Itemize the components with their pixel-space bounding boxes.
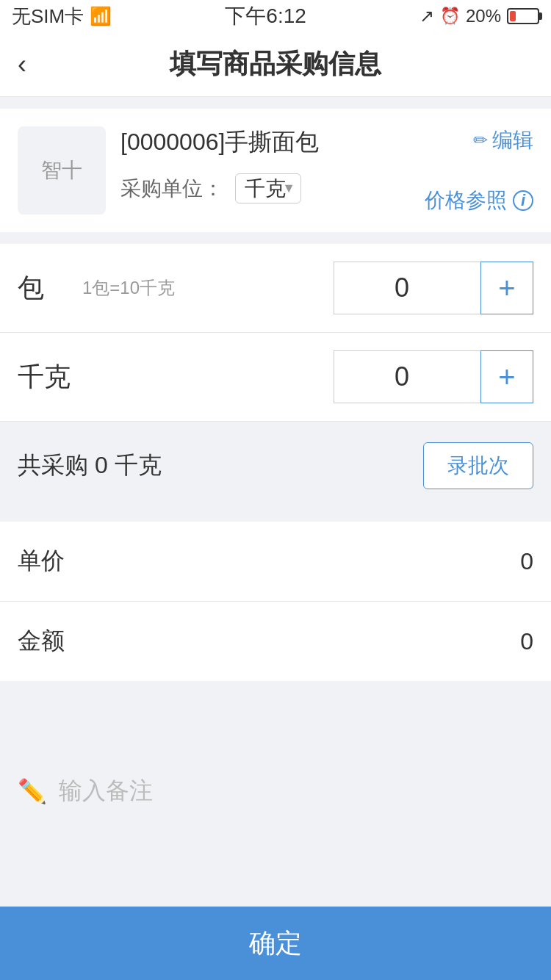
battery-percent: 20% (466, 6, 501, 26)
wifi-icon: 📶 (90, 6, 112, 26)
quantity-section: 包 1包=10千克 + 千克 + (0, 244, 551, 422)
status-bar: 无SIM卡 📶 下午6:12 ↗ ⏰ 20% (0, 0, 551, 32)
amount-label: 金额 (18, 625, 65, 657)
unit-label: 采购单位： (120, 175, 223, 203)
quantity-input-bao[interactable] (334, 262, 480, 314)
location-icon: ↗ (419, 6, 434, 26)
status-left: 无SIM卡 📶 (12, 4, 112, 29)
quantity-sublabel-bao: 1包=10千克 (82, 276, 175, 300)
edit-icon: ✏ (473, 130, 488, 151)
record-batch-button[interactable]: 录批次 (423, 442, 533, 489)
quantity-row-bao: 包 1包=10千克 + (0, 244, 551, 333)
confirm-button[interactable]: 确定 (0, 907, 551, 980)
price-ref-label: 价格参照 (425, 187, 507, 215)
unit-select-wrapper[interactable]: 千克 包 (235, 173, 301, 203)
product-logo: 智十 (41, 156, 82, 184)
edit-label: 编辑 (492, 126, 533, 154)
summary-row: 共采购 0 千克 录批次 (0, 422, 551, 510)
pencil-icon: ✏️ (18, 777, 47, 805)
amount-value: 0 (520, 628, 533, 655)
alarm-icon: ⏰ (440, 7, 460, 26)
product-image: 智十 (18, 126, 106, 215)
price-section: 单价 0 金额 0 (0, 522, 551, 681)
quantity-row-kg: 千克 + (0, 333, 551, 422)
nav-bar: ‹ 填写商品采购信息 (0, 32, 551, 97)
page-title: 填写商品采购信息 (170, 46, 381, 82)
amount-row: 金额 0 (0, 602, 551, 681)
unit-price-label: 单价 (18, 545, 65, 577)
edit-button[interactable]: ✏ 编辑 (473, 126, 533, 154)
battery-icon (507, 8, 539, 24)
plus-button-kg[interactable]: + (480, 350, 533, 403)
quantity-input-kg[interactable] (334, 350, 480, 403)
price-ref-button[interactable]: 价格参照 i (425, 187, 533, 215)
back-button[interactable]: ‹ (18, 49, 26, 80)
status-right: ↗ ⏰ 20% (419, 6, 539, 26)
plus-button-bao[interactable]: + (480, 262, 533, 314)
mid-divider-1 (0, 232, 551, 244)
carrier-text: 无SIM卡 (12, 4, 84, 29)
quantity-label-bao: 包 (18, 270, 76, 306)
unit-select[interactable]: 千克 包 (235, 173, 301, 203)
unit-price-value: 0 (520, 548, 533, 575)
mid-divider-2 (0, 510, 551, 522)
top-divider (0, 97, 551, 109)
product-name: [0000006]手撕面包 (120, 126, 533, 159)
note-section[interactable]: ✏️ 输入备注 (0, 681, 551, 901)
confirm-label: 确定 (249, 926, 302, 962)
quantity-label-kg: 千克 (18, 359, 76, 395)
product-card: 智十 [0000006]手撕面包 采购单位： 千克 包 ✏ 编辑 价格参照 i (0, 109, 551, 232)
info-icon: i (513, 190, 533, 211)
unit-price-row: 单价 0 (0, 522, 551, 602)
summary-text: 共采购 0 千克 (18, 450, 162, 482)
status-time: 下午6:12 (225, 2, 306, 30)
quantity-input-wrap-bao: + (334, 262, 533, 314)
note-placeholder: 输入备注 (59, 775, 153, 807)
battery-fill (510, 11, 516, 21)
quantity-input-wrap-kg: + (334, 350, 533, 403)
